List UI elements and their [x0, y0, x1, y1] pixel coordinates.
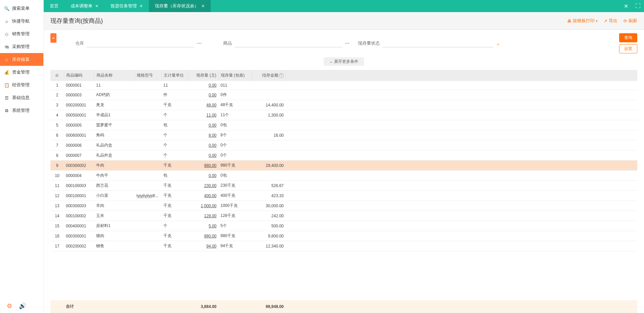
sidebar-item-8[interactable]: ⚙系统管理	[0, 104, 43, 117]
cell-idx: 1	[50, 81, 64, 90]
col-amount[interactable]: 结存金额?	[252, 70, 286, 81]
tab-3[interactable]: 现存量（库存状况表）✕	[149, 0, 211, 12]
table-row[interactable]: 3000200001奥龙千克48.0048千克14,400.00	[50, 100, 637, 110]
cell-spec	[134, 181, 161, 191]
cell-main-qty[interactable]: 11.00	[188, 110, 218, 120]
cell-name: 牛肉干	[94, 171, 134, 181]
sidebar-item-0[interactable]: 🔍搜索菜单	[0, 2, 43, 15]
page-header: 现存量查询(按商品) 🖶 按模板打印 ▾ ↗ 导出 ⟳ 刷新	[44, 12, 644, 30]
table-row[interactable]: 100000004牛肉干包0.000包	[50, 171, 637, 181]
cell-main-qty[interactable]: 8.00	[188, 130, 218, 140]
close-icon[interactable]: ✕	[139, 4, 143, 8]
product-picker-icon[interactable]: ⋯	[345, 41, 350, 46]
help-icon[interactable]: ?	[279, 73, 284, 78]
cell-idx: 13	[50, 201, 64, 211]
cell-spec	[134, 231, 161, 241]
col-spec[interactable]: 规格型号	[134, 70, 161, 81]
cell-main-qty[interactable]: 0.00	[188, 81, 218, 90]
cell-name: 小白菜	[94, 191, 134, 201]
tab-2[interactable]: 拣货任务管理✕	[105, 0, 149, 12]
table-row[interactable]: 11000100003西兰花千克230.00230千克526.67	[50, 181, 637, 191]
cell-spec	[134, 150, 161, 161]
table-row[interactable]: 17000200002鳗鱼千克94.0094千克12,340.00	[50, 241, 637, 251]
fullscreen-button[interactable]: ⛶	[632, 0, 644, 12]
cell-main-qty[interactable]: 980.00	[188, 231, 218, 241]
close-icon[interactable]: ✕	[201, 4, 205, 8]
cell-main-qty[interactable]: 400.00	[188, 191, 218, 201]
sidebar-item-4[interactable]: ⌂库存核算	[0, 53, 43, 66]
table-row[interactable]: 4000500001半成品1个11.0011个1,300.00	[50, 110, 637, 120]
chevron-down-icon: ▾	[596, 19, 598, 23]
cell-main-qty[interactable]: 0.00	[188, 120, 218, 130]
cell-name: 半成品1	[94, 110, 134, 120]
cell-pack-qty: 11个	[218, 110, 252, 120]
cell-main-qty[interactable]: 5.00	[188, 221, 218, 231]
cell-unit: 11	[161, 81, 188, 90]
close-all-tabs-button[interactable]: ✕	[620, 0, 632, 12]
cell-spec	[134, 201, 161, 211]
close-icon[interactable]: ✕	[95, 4, 98, 8]
table-row[interactable]: 1000000111110.00011	[50, 81, 637, 90]
sidebar-item-7[interactable]: ☰基础信息	[0, 91, 43, 104]
table-row[interactable]: 15000400001原材料1个5.005个500.00	[50, 221, 637, 231]
cell-main-qty[interactable]: 94.00	[188, 241, 218, 251]
cell-main-qty[interactable]: 230.00	[188, 181, 218, 191]
sidebar-item-3[interactable]: 🛍采购管理	[0, 40, 43, 53]
cell-main-qty[interactable]: 0.00	[188, 171, 218, 181]
cell-amount: 16.00	[252, 130, 286, 140]
table-row[interactable]: 20000003AD钙奶件0.000件	[50, 90, 637, 100]
sound-icon[interactable]: 🔊	[19, 302, 26, 310]
sidebar-item-6[interactable]: 📋经营管理	[0, 79, 43, 91]
refresh-button[interactable]: ⟳ 刷新	[623, 18, 637, 24]
table-row[interactable]: 6000600001角码个8.008个16.00	[50, 130, 637, 140]
export-button[interactable]: ↗ 导出	[604, 18, 617, 24]
cell-main-qty[interactable]: 1,000.00	[188, 201, 218, 211]
search-buttons: 查询 设置	[619, 33, 637, 53]
col-main[interactable]: 现存量 (主)	[188, 70, 218, 81]
status-input[interactable]	[383, 40, 493, 47]
table-row[interactable]: 9000300002牛肉千克980.00980千克29,400.00	[50, 161, 637, 171]
warehouse-picker-icon[interactable]: ⋯	[197, 41, 202, 46]
gear-icon[interactable]: ⚙	[7, 302, 12, 310]
cell-main-qty[interactable]: 980.00	[188, 161, 218, 171]
sidebar-item-1[interactable]: ⌂快捷导航	[0, 15, 43, 28]
cell-main-qty[interactable]: 0.00	[188, 90, 218, 100]
query-button[interactable]: 查询	[619, 33, 637, 42]
cell-unit: 千克	[161, 201, 188, 211]
cell-code: 0000003	[64, 90, 94, 100]
collapse-search-button[interactable]: »	[50, 33, 56, 43]
table-row[interactable]: 70000006礼品内盒个0.000个	[50, 140, 637, 150]
cell-unit: 件	[161, 90, 188, 100]
cell-main-qty[interactable]: 128.00	[188, 211, 218, 221]
tab-1[interactable]: 成本调整单✕	[65, 0, 105, 12]
cell-amount	[252, 81, 286, 90]
product-input[interactable]	[235, 40, 342, 47]
col-code[interactable]: 商品编码	[64, 70, 94, 81]
col-name[interactable]: 商品名称	[94, 70, 134, 81]
cell-spec	[134, 100, 161, 110]
chevron-down-icon[interactable]: ⌄	[496, 41, 500, 46]
print-template-button[interactable]: 🖶 按模板打印 ▾	[567, 18, 598, 24]
table-row[interactable]: 16000300001猪肉千克980.00980千克9,800.00	[50, 231, 637, 241]
cell-main-qty[interactable]: 48.00	[188, 100, 218, 110]
cell-pack-qty: 8个	[218, 130, 252, 140]
table-row[interactable]: 50000005菠萝蜜干包0.000包	[50, 120, 637, 130]
col-pack[interactable]: 现存量 (包装)	[218, 70, 252, 81]
tab-0[interactable]: 首页	[44, 0, 65, 12]
warehouse-input[interactable]	[87, 40, 194, 47]
cell-idx: 14	[50, 211, 64, 221]
col-unit[interactable]: 主计量单位	[161, 70, 188, 81]
cell-amount: 500.00	[252, 221, 286, 231]
cell-main-qty[interactable]: 0.00	[188, 140, 218, 150]
table-row[interactable]: 80000007礼品外盒个0.000个	[50, 150, 637, 161]
settings-button[interactable]: 设置	[619, 44, 637, 53]
cell-main-qty[interactable]: 0.00	[188, 150, 218, 161]
sidebar-icon: ☰	[4, 95, 9, 100]
table-row[interactable]: 14000100002玉米千克128.00128千克242.00	[50, 211, 637, 221]
sidebar-item-2[interactable]: ◇销售管理	[0, 28, 43, 40]
expand-conditions-button[interactable]: 展开更多条件	[324, 57, 364, 66]
gear-column[interactable]: ⚙	[50, 70, 64, 81]
table-row[interactable]: 13000300003羊肉千克1,000.001000千克30,000.00	[50, 201, 637, 211]
sidebar-item-5[interactable]: 💰资金管理	[0, 66, 43, 79]
table-row[interactable]: 12000100001小白菜tyjyjtyjtyjdf...千克400.0040…	[50, 191, 637, 201]
